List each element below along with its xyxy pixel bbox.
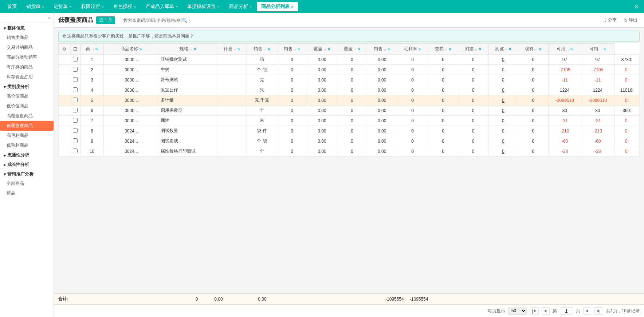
col-browse1[interactable]: 浏览... ⇅ — [458, 44, 488, 55]
sidebar-item-sales-goods[interactable]: 销售类商品 — [0, 33, 54, 43]
close-icon[interactable]: × — [176, 4, 178, 9]
cell-transaction: 0 — [458, 126, 488, 136]
cell-browse1[interactable]: 0 — [488, 95, 518, 106]
cell-browse1[interactable]: 0 — [488, 65, 518, 75]
sidebar-item-low-coverage[interactable]: 低覆盖度商品 — [0, 121, 54, 131]
sidebar-item-low-value[interactable]: 低价值商品 — [0, 101, 54, 111]
col-sales-qty[interactable]: 销售... ⇅ — [247, 44, 277, 55]
col-transaction[interactable]: 交易... ⇅ — [428, 44, 458, 55]
col-sales3[interactable]: 销售... ⇅ — [367, 44, 397, 55]
cell-browse1[interactable]: 0 — [488, 146, 518, 156]
col-spec[interactable]: 规格... ⇅ — [159, 44, 217, 55]
nav-item-purchase[interactable]: 进货单 × — [49, 2, 76, 11]
cell-current-stock: 97 — [548, 55, 581, 65]
search-input[interactable] — [123, 18, 182, 23]
nav-item-roles[interactable]: 角色授权 × — [109, 2, 140, 11]
sidebar-item-all-goods[interactable]: 全部商品 — [0, 179, 54, 189]
cell-checkbox[interactable] — [70, 146, 80, 156]
sidebar-item-low-profit[interactable]: 低毛利商品 — [0, 140, 54, 150]
cell-checkbox[interactable] — [70, 85, 80, 95]
footer-available: -1095554 — [407, 297, 431, 302]
prev-page-button[interactable]: < — [542, 307, 550, 315]
close-icon[interactable]: × — [42, 4, 44, 9]
cell-no: 8 — [80, 126, 104, 136]
sidebar-section-marketing[interactable]: ▾ 营销推广分析 — [0, 169, 54, 179]
sidebar-toggle[interactable]: « — [0, 13, 54, 23]
sidebar-item-in-stock[interactable]: 有库存的商品 — [0, 62, 54, 72]
sidebar-item-high-coverage[interactable]: 高覆盖度商品 — [0, 111, 54, 121]
col-name[interactable]: 商品名称 ⇅ — [104, 44, 159, 55]
col-sellable[interactable]: 可销... ⇅ — [581, 44, 614, 55]
cell-checkbox[interactable] — [70, 136, 80, 146]
cell-coverage1: 0 — [337, 136, 367, 146]
col-settings[interactable]: ⚙ — [59, 44, 70, 55]
col-checkbox[interactable]: ☐ — [70, 44, 80, 55]
cell-browse1[interactable]: 0 — [488, 106, 518, 116]
close-icon[interactable]: × — [102, 4, 104, 9]
cell-browse2: 0 — [518, 65, 548, 75]
col-current-stock[interactable]: 现有... ⇅ — [518, 44, 548, 55]
cell-browse1[interactable]: 0 — [488, 55, 518, 65]
nav-item-sales[interactable]: 销货单 × — [22, 2, 48, 11]
cell-available: -1089510 — [581, 95, 614, 106]
col-sales-amount[interactable]: 销售... ⇅ — [277, 44, 307, 55]
nav-item-template[interactable]: 单据模板设置 × — [183, 2, 224, 11]
cell-sales3: 0 — [397, 136, 428, 146]
nav-item-production[interactable]: 产成品入库单 × — [141, 2, 182, 11]
col-gross-margin[interactable]: 毛利率 ⇅ — [397, 44, 428, 55]
cell-browse1[interactable]: 0 — [488, 126, 518, 136]
cell-checkbox[interactable] — [70, 126, 80, 136]
cell-browse1[interactable]: 0 — [488, 116, 518, 126]
close-icon[interactable]: × — [217, 4, 219, 9]
cell-name: 属性价格打印测试 — [159, 146, 217, 156]
sidebar-section-category[interactable]: ▾ 类别度分析 — [0, 82, 54, 91]
sidebar-section-growth[interactable]: ▸ 成长性分析 — [0, 160, 54, 169]
close-all-button[interactable]: × — [632, 2, 641, 11]
close-icon[interactable]: × — [69, 4, 71, 9]
col-unit[interactable]: 计量... ⇅ — [217, 44, 247, 55]
close-icon[interactable]: × — [250, 4, 252, 9]
cell-checkbox[interactable] — [70, 116, 80, 126]
cell-code: 0000... — [104, 55, 159, 65]
cell-checkbox[interactable] — [70, 106, 80, 116]
cell-browse2: 0 — [518, 95, 548, 106]
col-browse2[interactable]: 浏览... ⇅ — [488, 44, 518, 55]
col-coverage1[interactable]: 覆盖... ⇅ — [307, 44, 337, 55]
cell-browse1[interactable]: 0 — [488, 136, 518, 146]
nav-item-analysis-list[interactable]: 商品分析列表 × — [257, 2, 298, 11]
last-page-button[interactable]: >| — [594, 307, 603, 315]
per-page-select[interactable]: 50 100 200 — [508, 307, 527, 315]
cell-checkbox[interactable] — [70, 95, 80, 106]
sidebar-item-high-value[interactable]: 高价值商品 — [0, 91, 54, 101]
header-actions: ⤴ 分享 ↻ 导出 — [602, 16, 640, 24]
period-button[interactable]: 近一月 — [96, 16, 115, 24]
nav-item-home[interactable]: 首页 — [3, 2, 21, 11]
sidebar-section-overall[interactable]: ▾ 整体信息 — [0, 23, 54, 33]
cell-checkbox[interactable] — [70, 55, 80, 65]
nav-item-analysis[interactable]: 商品分析 × — [225, 2, 256, 11]
cell-checkbox[interactable] — [70, 75, 80, 85]
close-icon[interactable]: × — [291, 4, 293, 9]
sidebar: « ▾ 整体信息 销售类商品 交易过的商品 商品分类动销率 有库存的商品 库存资… — [0, 13, 54, 317]
sidebar-item-capital[interactable]: 库存资金占用 — [0, 72, 54, 82]
next-page-button[interactable]: > — [583, 307, 591, 315]
cell-code: 0024... — [104, 126, 159, 136]
sidebar-item-new-goods[interactable]: 新品 — [0, 189, 54, 198]
sidebar-item-high-profit[interactable]: 高毛利商品 — [0, 131, 54, 140]
share-button[interactable]: ⤴ 分享 — [602, 16, 619, 24]
search-icon[interactable]: 🔍 — [182, 18, 187, 23]
close-icon[interactable]: × — [134, 4, 136, 9]
cell-checkbox[interactable] — [70, 65, 80, 75]
cell-browse1[interactable]: 0 — [488, 85, 518, 95]
sidebar-item-traded-goods[interactable]: 交易过的商品 — [0, 43, 54, 52]
export-button[interactable]: ↻ 导出 — [622, 16, 640, 24]
col-available[interactable]: 可用... ⇅ — [548, 44, 581, 55]
sidebar-section-circulation[interactable]: ▸ 流通性分析 — [0, 150, 54, 160]
sidebar-item-category-rate[interactable]: 商品分类动销率 — [0, 52, 54, 62]
page-input[interactable] — [560, 307, 573, 315]
nav-item-permissions[interactable]: 权限设置 × — [77, 2, 108, 11]
first-page-button[interactable]: |< — [530, 307, 539, 315]
col-code[interactable]: 商... ⇅ — [80, 44, 104, 55]
col-coverage2[interactable]: 覆盖... ⇅ — [337, 44, 367, 55]
cell-browse1[interactable]: 0 — [488, 75, 518, 85]
